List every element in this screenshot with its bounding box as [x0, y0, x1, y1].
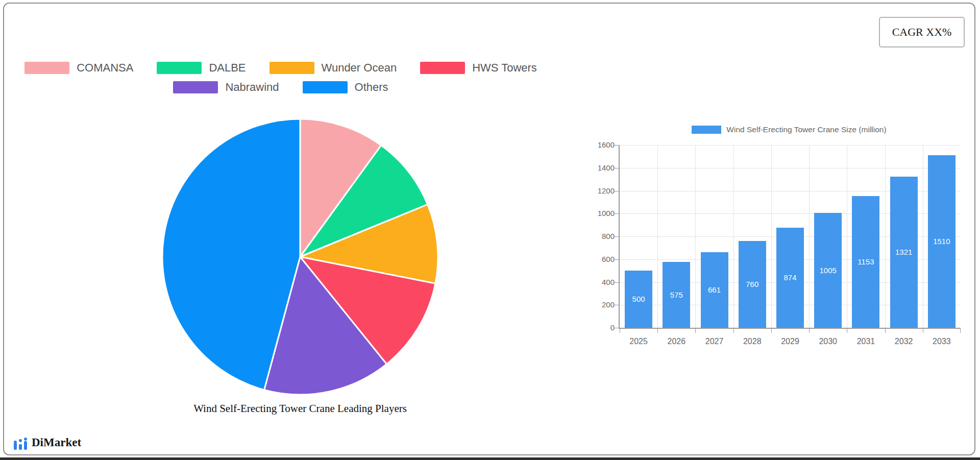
x-axis-label: 2028 — [733, 337, 771, 346]
bar-legend-swatch-icon — [692, 126, 721, 134]
gridline-horizontal — [620, 168, 961, 168]
x-axis-label: 2030 — [809, 337, 847, 346]
legend-swatch-icon — [24, 62, 69, 74]
legend-swatch-icon — [303, 81, 348, 93]
legend-swatch-icon — [270, 62, 314, 74]
pie-chart-title: Wind Self-Erecting Tower Crane Leading P… — [157, 402, 443, 415]
x-axis-tick — [620, 329, 620, 333]
y-axis-tick — [615, 191, 619, 191]
cagr-label: CAGR XX% — [892, 26, 952, 39]
x-axis-tick — [960, 329, 961, 333]
x-axis-label: 2033 — [923, 337, 961, 346]
brand-logo: DiMarket — [13, 434, 81, 450]
x-axis-tick — [771, 329, 772, 333]
pie-legend-row: NabrawindOthers — [15, 81, 546, 94]
legend-item-nabrawind: Nabrawind — [173, 81, 279, 94]
pie-legend: COMANSADALBEWunder OceanHWS TowersNabraw… — [15, 61, 546, 100]
gridline-horizontal — [620, 145, 961, 146]
y-axis-tick-label: 1400 — [588, 163, 615, 173]
bar-plot-area: 0200400600800100012001400160050020255752… — [619, 145, 961, 329]
y-axis-tick-label: 1600 — [588, 140, 615, 150]
y-axis-tick-label: 1000 — [588, 209, 615, 218]
legend-item-wunder-ocean: Wunder Ocean — [270, 61, 397, 75]
pie-chart — [157, 114, 443, 400]
y-axis-tick — [615, 282, 619, 283]
gridline-vertical — [923, 145, 923, 328]
x-axis-tick — [809, 329, 810, 333]
bar-chart-logo-icon — [13, 434, 28, 450]
x-axis-tick — [695, 329, 696, 333]
y-axis-tick — [615, 145, 619, 146]
y-axis-tick — [615, 236, 619, 237]
bar-chart-legend: Wind Self-Erecting Tower Crane Size (mil… — [619, 125, 960, 134]
brand-name: DiMarket — [32, 435, 81, 450]
x-axis-tick — [657, 329, 658, 333]
bottom-edge — [0, 457, 980, 460]
x-axis-tick — [885, 329, 886, 333]
bar-value-label: 661 — [701, 285, 728, 295]
bar-legend-label: Wind Self-Erecting Tower Crane Size (mil… — [726, 125, 886, 134]
y-axis-tick — [615, 259, 619, 260]
cagr-badge: CAGR XX% — [879, 17, 965, 47]
legend-item-dalbe: DALBE — [157, 61, 246, 75]
y-axis-tick-label: 200 — [588, 300, 615, 309]
legend-swatch-icon — [420, 62, 465, 74]
x-axis-label: 2027 — [695, 337, 733, 346]
legend-swatch-icon — [173, 81, 218, 93]
bar-value-label: 1510 — [928, 237, 955, 246]
y-axis-tick-label: 600 — [588, 255, 615, 264]
x-axis-label: 2025 — [620, 337, 657, 346]
y-axis-tick-label: 800 — [588, 232, 615, 241]
pie-legend-row: COMANSADALBEWunder OceanHWS Towers — [15, 61, 546, 75]
y-axis-tick — [615, 168, 619, 168]
legend-label: Wunder Ocean — [322, 61, 397, 75]
gridline-vertical — [771, 145, 772, 328]
bar-value-label: 1005 — [814, 266, 842, 275]
bar-chart: Wind Self-Erecting Tower Crane Size (mil… — [587, 125, 965, 350]
bar-value-label: 1153 — [852, 257, 879, 267]
legend-item-others: Others — [303, 81, 388, 94]
gridline-vertical — [809, 145, 810, 328]
y-axis-tick — [615, 305, 619, 305]
gridline-vertical — [885, 145, 886, 328]
bar-value-label: 1321 — [890, 248, 918, 257]
legend-item-hws-towers: HWS Towers — [420, 61, 537, 75]
x-axis-label: 2026 — [657, 337, 695, 346]
y-axis-tick-label: 400 — [588, 278, 615, 287]
legend-label: Others — [355, 81, 388, 94]
x-axis-label: 2032 — [885, 337, 923, 346]
y-axis-tick-label: 0 — [588, 323, 615, 332]
x-axis-tick — [847, 329, 847, 333]
gridline-vertical — [847, 145, 847, 328]
bar-value-label: 500 — [625, 295, 652, 304]
bar-value-label: 874 — [776, 273, 804, 282]
bar-value-label: 760 — [739, 280, 766, 289]
legend-label: HWS Towers — [472, 61, 537, 75]
legend-label: COMANSA — [77, 61, 133, 75]
legend-label: Nabrawind — [225, 81, 279, 94]
y-axis-tick — [615, 213, 619, 214]
bar-value-label: 575 — [663, 290, 690, 300]
y-axis-tick — [615, 328, 619, 328]
gridline-vertical — [733, 145, 734, 328]
legend-swatch-icon — [157, 62, 202, 74]
legend-item-comansa: COMANSA — [24, 61, 133, 75]
x-axis-label: 2029 — [771, 337, 809, 346]
y-axis-tick-label: 1200 — [588, 186, 615, 196]
legend-label: DALBE — [209, 61, 246, 75]
x-axis-label: 2031 — [847, 337, 885, 346]
gridline-vertical — [657, 145, 658, 328]
gridline-vertical — [695, 145, 696, 328]
x-axis-tick — [923, 329, 923, 333]
x-axis-tick — [733, 329, 734, 333]
